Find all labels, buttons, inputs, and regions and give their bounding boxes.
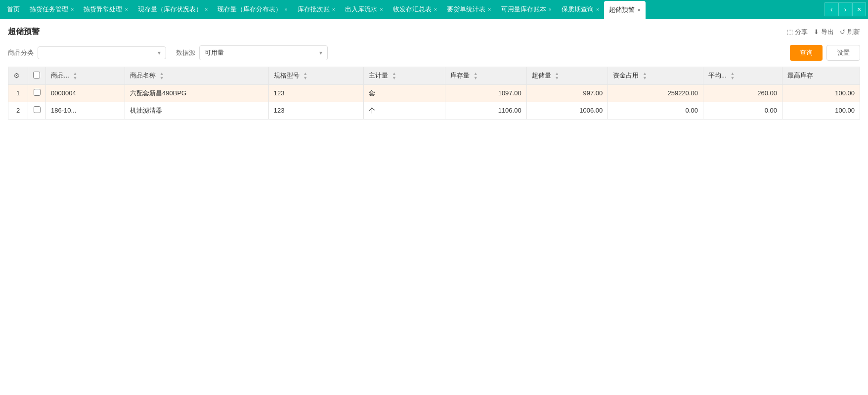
- nav-arrows: ‹ › ×: [825, 2, 866, 16]
- refresh-icon: ↺: [840, 28, 845, 36]
- nav-close-overstock[interactable]: ×: [637, 7, 640, 13]
- row-avg: 0.00: [703, 102, 782, 119]
- data-source-chevron-icon: ▾: [319, 49, 322, 56]
- data-source-label: 数据源: [176, 48, 195, 57]
- page-header: 超储预警 ⬚ 分享 ⬇ 导出 ↺ 刷新: [8, 27, 860, 37]
- nav-close-shelf-life[interactable]: ×: [596, 6, 599, 12]
- row-checkbox-0[interactable]: [34, 89, 41, 96]
- th-checkbox: [28, 67, 46, 85]
- commodity-category-select[interactable]: ▾: [38, 46, 166, 59]
- sort-product-code-icon: ▲▼: [73, 72, 77, 80]
- row-over-stock: 1006.00: [526, 102, 608, 119]
- refresh-action[interactable]: ↺ 刷新: [840, 28, 860, 37]
- row-unit: 个: [364, 102, 445, 119]
- nav-shelf-life[interactable]: 保质期查询 ×: [557, 0, 604, 19]
- row-product-name: 机油滤清器: [125, 102, 269, 119]
- row-stock-qty: 1106.00: [445, 102, 527, 119]
- nav-overstock-warning[interactable]: 超储预警 ×: [604, 1, 645, 19]
- row-product-name: 六配套新昌490BPG: [125, 84, 269, 102]
- th-unit[interactable]: 主计量 ▲▼: [364, 67, 445, 85]
- table-row: 2 186-10... 机油滤清器 123 个 1106.00 1006.00 …: [8, 102, 860, 119]
- nav-close-stock-dist[interactable]: ×: [284, 6, 287, 12]
- table-settings-icon[interactable]: ⚙: [13, 72, 20, 79]
- nav-next-arrow[interactable]: ›: [838, 2, 852, 16]
- sort-product-name-icon: ▲▼: [160, 72, 164, 80]
- table-row: 1 0000004 六配套新昌490BPG 123 套 1097.00 997.…: [8, 84, 860, 102]
- nav-close-stock-status[interactable]: ×: [205, 6, 208, 12]
- nav-close-pick-exception[interactable]: ×: [125, 6, 128, 12]
- row-max-stock: 100.00: [782, 102, 860, 119]
- th-capital[interactable]: 资金占用 ▲▼: [608, 67, 703, 85]
- sort-overstock-icon: ▲▼: [555, 72, 559, 80]
- row-unit: 套: [364, 84, 445, 102]
- row-checkbox-cell[interactable]: [28, 84, 46, 102]
- table-header-row: ⚙ 商品... ▲▼ 商品名称 ▲▼ 规格型号 ▲▼ 主计: [8, 67, 860, 85]
- row-product-code: 0000004: [46, 84, 125, 102]
- row-stock-qty: 1097.00: [445, 84, 527, 102]
- nav-pick-task[interactable]: 拣货任务管理 ×: [25, 0, 79, 19]
- sort-spec-icon: ▲▼: [303, 72, 307, 80]
- row-avg: 260.00: [703, 84, 782, 102]
- nav-stock-dist[interactable]: 现存量（库存分布表） ×: [213, 0, 292, 19]
- sort-unit-icon: ▲▼: [392, 72, 396, 80]
- th-product-name[interactable]: 商品名称 ▲▼: [125, 67, 269, 85]
- nav-close-all[interactable]: ×: [852, 2, 866, 16]
- nav-prev-arrow[interactable]: ‹: [825, 2, 838, 16]
- page-content: 超储预警 ⬚ 分享 ⬇ 导出 ↺ 刷新 商品分类 ▾ 数据源: [0, 19, 868, 395]
- sort-capital-icon: ▲▼: [643, 72, 647, 80]
- query-button[interactable]: 查询: [790, 45, 823, 61]
- row-capital: 0.00: [608, 102, 703, 119]
- row-spec: 123: [268, 84, 364, 102]
- nav-close-collect-summary[interactable]: ×: [434, 6, 437, 12]
- commodity-category-filter: 商品分类 ▾: [8, 46, 166, 59]
- data-table: ⚙ 商品... ▲▼ 商品名称 ▲▼ 规格型号 ▲▼ 主计: [8, 67, 860, 119]
- th-avg[interactable]: 平均... ▲▼: [703, 67, 782, 85]
- export-action[interactable]: ⬇ 导出: [814, 28, 834, 37]
- nav-pick-exception[interactable]: 拣货异常处理 ×: [79, 0, 132, 19]
- export-icon: ⬇: [814, 28, 819, 36]
- row-product-code: 186-10...: [46, 102, 125, 119]
- row-checkbox-cell[interactable]: [28, 102, 46, 119]
- nav-batch-account[interactable]: 库存批次账 ×: [293, 0, 340, 19]
- row-over-stock: 997.00: [526, 84, 608, 102]
- row-capital: 259220.00: [608, 84, 703, 102]
- nav-close-pick-task[interactable]: ×: [71, 6, 74, 12]
- select-all-checkbox[interactable]: [33, 72, 40, 79]
- page-title: 超储预警: [8, 27, 40, 37]
- row-spec: 123: [268, 102, 364, 119]
- nav-close-demand-stats[interactable]: ×: [488, 6, 491, 12]
- nav-close-batch-account[interactable]: ×: [332, 6, 335, 12]
- th-spec[interactable]: 规格型号 ▲▼: [268, 67, 364, 85]
- top-nav: 首页 拣货任务管理 × 拣货异常处理 × 现存量（库存状况表） × 现存量（库存…: [0, 0, 868, 19]
- nav-collect-summary[interactable]: 收发存汇总表 ×: [388, 0, 442, 19]
- header-actions: ⬚ 分享 ⬇ 导出 ↺ 刷新: [787, 28, 860, 37]
- nav-demand-stats[interactable]: 要货单统计表 ×: [442, 0, 496, 19]
- sort-stock-icon: ▲▼: [474, 72, 478, 80]
- chevron-down-icon: ▾: [158, 49, 161, 56]
- nav-close-inout-flow[interactable]: ×: [380, 6, 383, 12]
- filter-actions: 查询 设置: [790, 45, 860, 61]
- th-max-stock[interactable]: 最高库存: [782, 67, 860, 85]
- commodity-category-label: 商品分类: [8, 48, 34, 57]
- nav-home[interactable]: 首页: [2, 0, 25, 19]
- nav-inout-flow[interactable]: 出入库流水 ×: [340, 0, 388, 19]
- settings-button[interactable]: 设置: [826, 45, 860, 61]
- share-action[interactable]: ⬚ 分享: [787, 28, 808, 37]
- row-num: 2: [8, 102, 28, 119]
- th-settings[interactable]: ⚙: [8, 67, 28, 85]
- nav-available-account[interactable]: 可用量库存账本 ×: [496, 0, 557, 19]
- row-max-stock: 100.00: [782, 84, 860, 102]
- data-source-filter: 数据源 可用量 ▾: [176, 45, 328, 60]
- th-stock-qty[interactable]: 库存量 ▲▼: [445, 67, 527, 85]
- row-checkbox-1[interactable]: [34, 106, 41, 113]
- nav-close-available-account[interactable]: ×: [549, 6, 552, 12]
- data-source-value: 可用量: [205, 48, 224, 57]
- data-source-select[interactable]: 可用量 ▾: [199, 45, 328, 60]
- share-icon: ⬚: [787, 28, 793, 36]
- th-over-stock[interactable]: 超储量 ▲▼: [526, 67, 608, 85]
- row-num: 1: [8, 84, 28, 102]
- filter-row: 商品分类 ▾ 数据源 可用量 ▾ 查询 设置: [8, 45, 860, 61]
- th-product-code[interactable]: 商品... ▲▼: [46, 67, 125, 85]
- nav-stock-status[interactable]: 现存量（库存状况表） ×: [133, 0, 213, 19]
- sort-avg-icon: ▲▼: [730, 72, 735, 80]
